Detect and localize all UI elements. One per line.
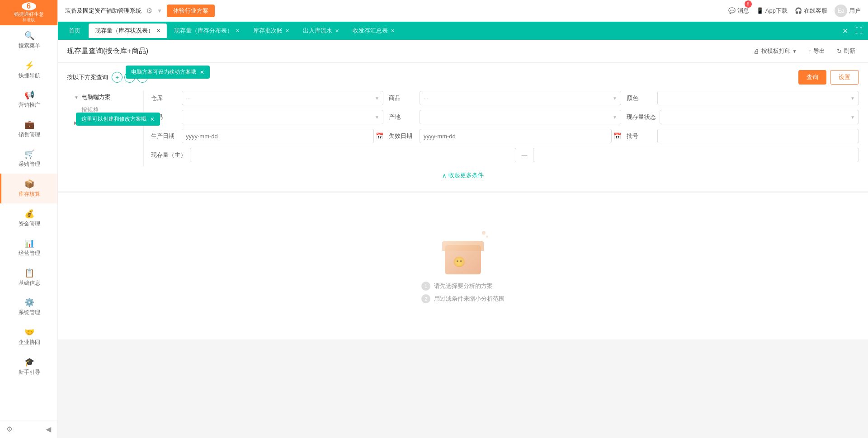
tab-batch-ledger[interactable]: 库存批次账 ✕ bbox=[247, 24, 296, 38]
sidebar-item-label: 经营管理 bbox=[19, 250, 40, 257]
calendar-icon[interactable]: 📅 bbox=[376, 132, 383, 140]
plan-item-desktop[interactable]: ▼ 电脑端方案 bbox=[71, 91, 140, 104]
sidebar-item-label: 销售管理 bbox=[19, 132, 40, 139]
warehouse-select[interactable]: ··· ▼ bbox=[182, 91, 383, 105]
tab-close-icon[interactable]: ✕ bbox=[285, 28, 289, 34]
logo: 6 畅捷通好生意 标准版 bbox=[0, 0, 57, 25]
sidebar-item-basicinfo[interactable]: 📋 基础信息 bbox=[0, 263, 57, 292]
sidebar-item-label: 基础信息 bbox=[19, 280, 40, 287]
sidebar-item-cooperation[interactable]: 🤝 企业协同 bbox=[0, 322, 57, 352]
tab-inventory-distribution[interactable]: 现存量（库存分布表） ✕ bbox=[168, 24, 246, 38]
filter-row-2: 尺码 ▼ 产地 ▼ bbox=[151, 110, 859, 124]
filter-product: 商品 ··· ▼ bbox=[389, 91, 621, 105]
tab-close-icon[interactable]: ✕ bbox=[236, 28, 240, 34]
product-select[interactable]: ··· ▼ bbox=[420, 91, 621, 105]
refresh-button[interactable]: ↻ 刷新 bbox=[833, 45, 859, 57]
settings-gear-icon[interactable]: ⚙ bbox=[146, 6, 152, 15]
tab-bar-right: ✕ ⛶ bbox=[840, 25, 864, 37]
range-separator: — bbox=[522, 152, 528, 159]
app-download-button[interactable]: 📱 App下载 bbox=[756, 7, 788, 15]
expiry-date-field[interactable] bbox=[420, 129, 612, 143]
sidebar-item-management[interactable]: 📊 经营管理 bbox=[0, 233, 57, 263]
size-select[interactable]: ▼ bbox=[182, 110, 383, 124]
tab-home[interactable]: 首页 bbox=[61, 24, 88, 38]
sidebar-item-label: 采购管理 bbox=[19, 161, 40, 168]
industry-plan-button[interactable]: 体验行业方案 bbox=[167, 5, 215, 17]
settings-icon[interactable]: ⚙ bbox=[6, 425, 13, 433]
tooltip1-close-icon[interactable]: ✕ bbox=[200, 69, 204, 75]
batch-field[interactable] bbox=[657, 129, 859, 143]
tooltip-plan-mobile: 电脑方案可设为移动方案哦 ✕ bbox=[126, 66, 210, 79]
sidebar-item-quicknav[interactable]: ⚡ 快捷导航 bbox=[0, 55, 57, 85]
dropdown-arrow-icon: ▼ bbox=[157, 8, 162, 14]
stock-status-select[interactable]: ▼ bbox=[660, 110, 859, 124]
sidebar-item-marketing[interactable]: 📢 营销推广 bbox=[0, 85, 57, 114]
export-button[interactable]: ↑ 导出 bbox=[805, 45, 829, 57]
message-button[interactable]: 💬 9 消息 bbox=[728, 7, 749, 15]
print-button[interactable]: 🖨 按模板打印 ▼ bbox=[750, 45, 801, 57]
stock-qty-min[interactable] bbox=[190, 148, 516, 162]
filter-production-date: 生产日期 📅 bbox=[151, 129, 383, 143]
search-button[interactable]: 查询 bbox=[798, 70, 826, 85]
tab-close-icon[interactable]: ✕ bbox=[391, 28, 395, 34]
empty-illustration: 😶 bbox=[436, 229, 490, 274]
tab-bar: 首页 现存量（库存状况表） ✕ 现存量（库存分布表） ✕ 库存批次账 ✕ 出入库… bbox=[58, 22, 868, 40]
system-name: 装备及固定资产辅助管理系统 bbox=[65, 7, 142, 15]
filter-batch: 批号 bbox=[627, 129, 859, 143]
cooperation-icon: 🤝 bbox=[24, 327, 34, 337]
sidebar-item-finance[interactable]: 💰 资金管理 bbox=[0, 203, 57, 233]
sidebar-item-label: 系统管理 bbox=[19, 309, 40, 316]
tab-close-icon[interactable]: ✕ bbox=[156, 28, 160, 34]
tab-inout-flow[interactable]: 出入库流水 ✕ bbox=[297, 24, 345, 38]
empty-hint-2: 2 用过滤条件来缩小分析范围 bbox=[421, 294, 505, 303]
sidebar-item-inventory[interactable]: 📦 库存核算 bbox=[0, 174, 57, 203]
user-menu-button[interactable]: Ea 用户 bbox=[835, 5, 861, 17]
top-header: 装备及固定资产辅助管理系统 ⚙ ▼ 体验行业方案 💬 9 消息 📱 App下载 … bbox=[58, 0, 868, 22]
stock-qty-max[interactable] bbox=[533, 148, 859, 162]
sidebar-item-system[interactable]: ⚙️ 系统管理 bbox=[0, 292, 57, 322]
message-icon: 💬 bbox=[728, 7, 736, 14]
origin-label: 产地 bbox=[389, 113, 416, 121]
sidebar-item-purchase[interactable]: 🛒 采购管理 bbox=[0, 144, 57, 174]
sidebar-item-label: 快捷导航 bbox=[19, 72, 40, 80]
message-badge: 9 bbox=[745, 0, 752, 8]
tab-maximize-icon[interactable]: ⛶ bbox=[854, 25, 864, 37]
refresh-icon: ↻ bbox=[837, 48, 842, 55]
inventory-icon: 📦 bbox=[24, 179, 34, 189]
tab-close-icon[interactable]: ✕ bbox=[335, 28, 339, 34]
logo-icon: 6 bbox=[22, 2, 36, 10]
avatar: Ea bbox=[835, 5, 847, 17]
headset-icon: 🎧 bbox=[795, 7, 802, 14]
setup-button[interactable]: 设置 bbox=[830, 70, 859, 85]
plan-tree-panel: ▼ 电脑端方案 按规格 ▶ 移动端方案 这里可以创建和修改方案哦 bbox=[67, 91, 144, 167]
sidebar-item-guide[interactable]: 🎓 新手引导 bbox=[0, 352, 57, 381]
calendar-icon2[interactable]: 📅 bbox=[613, 132, 621, 140]
sidebar-item-label: 搜索菜单 bbox=[19, 42, 40, 50]
sidebar-item-label: 企业协同 bbox=[19, 339, 40, 346]
tooltip2-close-icon[interactable]: ✕ bbox=[150, 116, 155, 122]
collapse-sidebar-icon[interactable]: ◀ bbox=[46, 425, 51, 433]
page-actions: 🖨 按模板打印 ▼ ↑ 导出 ↻ 刷新 bbox=[750, 45, 859, 57]
more-conditions-button[interactable]: ∧ 收起更多条件 bbox=[67, 167, 859, 184]
marketing-icon: 📢 bbox=[24, 90, 34, 100]
filter-header: 按以下方案查询 + ✏ ⟵ 电脑方案可设为移动方案哦 ✕ 查询 设置 bbox=[67, 70, 859, 85]
origin-select[interactable]: ▼ bbox=[420, 110, 621, 124]
filter-header-label: 按以下方案查询 bbox=[67, 73, 108, 81]
color-select[interactable]: ▼ bbox=[657, 91, 859, 105]
sidebar-item-sales[interactable]: 💼 销售管理 bbox=[0, 114, 57, 144]
production-date-field[interactable] bbox=[182, 129, 374, 143]
empty-state: 😶 1 请先选择要分析的方案 2 用过滤条件来缩小分析范围 bbox=[421, 193, 505, 339]
tooltip-create-plan: 这里可以创建和修改方案哦 ✕ bbox=[76, 113, 160, 126]
filter-stock-status: 现存量状态 ▼ bbox=[627, 110, 859, 124]
tab-close-all-icon[interactable]: ✕ bbox=[840, 25, 850, 37]
filter-color: 颜色 ▼ bbox=[627, 91, 859, 105]
finance-icon: 💰 bbox=[24, 209, 34, 219]
online-support-button[interactable]: 🎧 在线客服 bbox=[795, 7, 827, 15]
tab-summary[interactable]: 收发存汇总表 ✕ bbox=[346, 24, 401, 38]
content-area: 现存量查询(按仓库+商品) 🖨 按模板打印 ▼ ↑ 导出 ↻ 刷新 bbox=[58, 40, 868, 438]
sidebar-item-search[interactable]: 🔍 搜索菜单 bbox=[0, 25, 57, 55]
add-plan-button[interactable]: + bbox=[112, 72, 123, 83]
tab-inventory-status[interactable]: 现存量（库存状况表） ✕ bbox=[89, 24, 167, 38]
stock-qty-label: 现存量（主） bbox=[151, 151, 186, 159]
top-header-left: 装备及固定资产辅助管理系统 ⚙ ▼ 体验行业方案 bbox=[65, 5, 215, 17]
